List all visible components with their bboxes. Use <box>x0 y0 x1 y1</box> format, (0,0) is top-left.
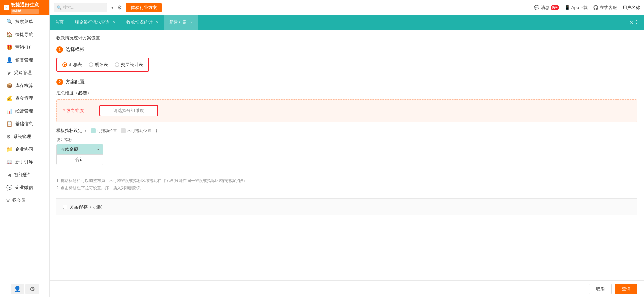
radio-detail[interactable]: 明细表 <box>89 62 108 68</box>
logo-icon: 🅱 <box>4 5 9 10</box>
sidebar-item-collab[interactable]: 📁 企业协同 <box>0 143 49 156</box>
tips-title: 1. 拖动标题栏可以调整布局，不可跨维度或指标区域拖动栏目字段(只能在同一维度或… <box>56 177 637 185</box>
radio-cross[interactable]: 交叉统计表 <box>115 62 143 68</box>
section2-number: 2 <box>56 79 63 85</box>
sidebar-item-label: 系统管理 <box>13 134 31 140</box>
sidebar-item-sales[interactable]: 👤 销售管理 <box>0 54 49 66</box>
sidebar-item-management[interactable]: 📊 经营管理 <box>0 105 49 117</box>
radio-detail-label: 明细表 <box>95 62 108 68</box>
metrics-table: 收款金额 ▾ 合计 <box>56 144 103 165</box>
industry-solution-button[interactable]: 体验行业方案 <box>126 3 162 12</box>
tab-bank-flow-close-icon[interactable]: × <box>113 20 115 25</box>
sidebar-item-label: 资金管理 <box>15 95 33 101</box>
chart-icon: 📊 <box>6 108 13 114</box>
tab-bank-flow[interactable]: 现金银行流水查询 × <box>69 15 121 30</box>
non-draggable-color-box <box>121 128 126 133</box>
sidebar-item-finance[interactable]: 💰 资金管理 <box>0 92 49 105</box>
page-content: 收款情况统计方案设置 1 选择模板 汇总表 明细表 <box>50 30 644 280</box>
sidebar-item-nav[interactable]: 🏠 快捷导航 <box>0 28 49 41</box>
sidebar-item-label: 采购管理 <box>14 70 32 76</box>
metrics-section-label: 统计指标 <box>56 137 103 143</box>
cancel-button[interactable]: 取消 <box>589 284 612 294</box>
settings-icon: ⚙ <box>6 134 11 140</box>
sidebar-item-purchase[interactable]: 🛍 采购管理 <box>0 66 49 79</box>
gift-icon: 🎁 <box>6 44 13 50</box>
search-placeholder: 搜索... <box>63 5 74 10</box>
sidebar-item-hardware[interactable]: 🖥 智能硬件 <box>0 168 49 181</box>
tab-maximize-icon[interactable]: ⛶ <box>636 19 641 26</box>
draggable-color-box <box>91 128 96 133</box>
sidebar-item-label: 智能硬件 <box>14 172 32 178</box>
query-button[interactable]: 查询 <box>615 284 637 294</box>
sidebar-bottom-btn-2[interactable]: ⚙ <box>25 284 39 294</box>
legend-draggable-label: 可拖动位置 <box>97 128 117 134</box>
template-selector: 汇总表 明细表 交叉统计表 <box>56 58 149 72</box>
radio-cross-circle <box>115 62 119 67</box>
sidebar-item-marketing[interactable]: 🎁 营销推广 <box>0 41 49 54</box>
tab-bank-flow-label: 现金银行流水查询 <box>75 19 110 26</box>
settings-gear-icon[interactable]: ⚙ <box>117 4 122 11</box>
metrics-table-header[interactable]: 收款金额 ▾ <box>57 144 103 155</box>
tab-new-plan-close-icon[interactable]: × <box>190 20 193 25</box>
online-service-button[interactable]: 🎧 在线客服 <box>593 5 617 11</box>
sidebar-item-search[interactable]: 🔍 搜索菜单 <box>0 15 49 28</box>
sidebar-item-inventory[interactable]: 📦 库存核算 <box>0 79 49 92</box>
main-area: 🔍 搜索... ▾ ⚙ 体验行业方案 💬 消息 99+ 📱 App下载 🎧 在线… <box>50 0 644 297</box>
message-label: 消息 <box>541 5 549 11</box>
save-checkbox[interactable] <box>63 205 67 209</box>
sidebar-item-member[interactable]: V 畅会员 <box>0 194 49 207</box>
tab-receipts[interactable]: 收款情况统计 × <box>121 15 164 30</box>
tab-receipts-close-icon[interactable]: × <box>156 20 158 25</box>
content-area: 收款情况统计方案设置 1 选择模板 汇总表 明细表 <box>50 30 644 280</box>
metrics-header: 模板指标设定（ 可拖动位置 不可拖动位置 ） <box>56 128 637 134</box>
section-template: 1 选择模板 汇总表 明细表 交叉统计表 <box>56 46 637 72</box>
sidebar-item-guide[interactable]: 📖 新手引导 <box>0 156 49 168</box>
user-icon: 👤 <box>6 57 13 63</box>
app-download-button[interactable]: 📱 App下载 <box>565 5 588 11</box>
metrics-section: 模板指标设定（ 可拖动位置 不可拖动位置 ） 统计指标 <box>56 128 637 166</box>
section-config: 2 方案配置 汇总维度（必选） 纵向维度 —— 请选择分组维度 模板指标设定（ <box>56 79 637 192</box>
radio-detail-circle <box>89 62 93 67</box>
sidebar-item-label: 销售管理 <box>15 57 33 63</box>
message-button[interactable]: 💬 消息 99+ <box>534 5 559 11</box>
sidebar-item-system[interactable]: ⚙ 系统管理 <box>0 130 49 143</box>
sidebar-logo: 🅱 畅捷通好生意 标准版 <box>0 0 49 15</box>
section1-title: 选择模板 <box>66 47 85 53</box>
sidebar-item-wechat[interactable]: 💬 企业微信 <box>0 181 49 194</box>
sidebar-item-label: 快捷导航 <box>15 32 33 38</box>
tab-receipts-label: 收款情况统计 <box>126 19 153 26</box>
topbar: 🔍 搜索... ▾ ⚙ 体验行业方案 💬 消息 99+ 📱 App下载 🎧 在线… <box>50 0 644 15</box>
message-icon: 💬 <box>534 5 539 10</box>
save-label: 方案保存（可选） <box>70 204 105 210</box>
section1-header: 1 选择模板 <box>56 46 637 53</box>
radio-summary[interactable]: 汇总表 <box>62 62 82 68</box>
tab-close-window-icon[interactable]: ✕ <box>629 19 633 26</box>
metrics-table-area: 统计指标 收款金额 ▾ 合计 <box>56 137 637 166</box>
column-dropdown-icon[interactable]: ▾ <box>97 148 99 151</box>
search-box[interactable]: 🔍 搜索... <box>54 3 107 12</box>
legend-non-draggable: 不可拖动位置 <box>121 128 151 134</box>
vip-icon: V <box>6 198 10 203</box>
sidebar-bottom: 👤 ⚙ <box>0 281 49 297</box>
tab-new-plan[interactable]: 新建方案 × <box>164 15 198 30</box>
sidebar-item-basic-info[interactable]: 📋 基础信息 <box>0 117 49 130</box>
tab-new-plan-label: 新建方案 <box>169 19 187 26</box>
metrics-table-cell-total: 合计 <box>57 155 103 165</box>
dropdown-arrow-icon[interactable]: ▾ <box>111 5 113 10</box>
dimension-select-button[interactable]: 请选择分组维度 <box>99 105 158 116</box>
dimension-row: 纵向维度 —— 请选择分组维度 <box>63 105 630 116</box>
page-title: 收款情况统计方案设置 <box>56 35 637 41</box>
tips-section: 1. 拖动标题栏可以调整布局，不可跨维度或指标区域拖动栏目字段(只能在同一维度或… <box>56 173 637 192</box>
money-icon: 💰 <box>6 95 13 101</box>
section2-title: 方案配置 <box>66 79 85 85</box>
section1-number: 1 <box>56 46 63 53</box>
radio-cross-label: 交叉统计表 <box>121 62 143 68</box>
footer-save: 方案保存（可选） <box>56 198 637 215</box>
tab-home[interactable]: 首页 <box>50 15 69 30</box>
sidebar-item-label: 库存核算 <box>15 83 33 89</box>
monitor-icon: 🖥 <box>6 172 11 178</box>
sidebar-item-label: 企业协同 <box>15 146 33 152</box>
service-icon: 🎧 <box>593 5 598 10</box>
sidebar-item-label: 企业微信 <box>15 185 33 191</box>
sidebar-bottom-btn-1[interactable]: 👤 <box>11 284 24 294</box>
